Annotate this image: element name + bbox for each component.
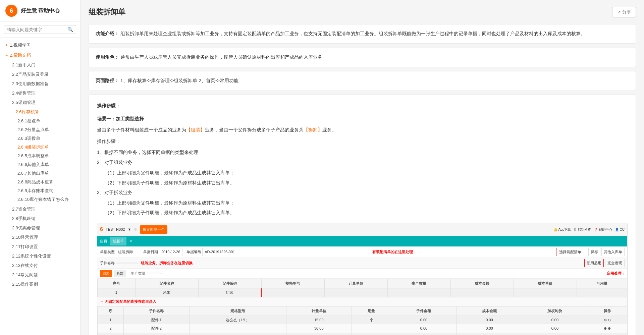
sidebar-item-prepare[interactable]: 2.3使用前数据准备	[7, 79, 80, 89]
page-path-label: 页面路径：	[96, 78, 119, 83]
sidebar-item-otherinbound[interactable]: 2.6.6其他入库单	[12, 160, 80, 169]
mock-assembly-btn[interactable]: 组装	[100, 270, 112, 277]
sidebar-item-otheroutbound[interactable]: 2.6.7其他出库单	[12, 169, 80, 178]
th-c-unit: 计量单位	[286, 306, 352, 316]
mock-child-table: 序 子件名称 规格型号 计量单位 用量 子件金额 成本金额 加权均价 操作	[97, 306, 627, 335]
nav-sub-help: 2.1新手入门 2.2产品安装及登录 2.3使用前数据准备 2.4销售管理 2.…	[0, 60, 80, 289]
th-parent-name: 父件名称	[135, 279, 198, 288]
search-area: 🔍	[0, 22, 80, 38]
search-icon[interactable]: 🔍	[67, 27, 73, 32]
sidebar-item-print[interactable]: 2.11打印设置	[7, 242, 80, 252]
logo-icon: 6	[5, 5, 17, 17]
table-row: 1 配件 1 这么么（1/1） 15.00 个 0.00 0.00 0.00 ⊕…	[98, 316, 627, 324]
step1: 1、根据不同的业务，选择不同单据的类型来处理	[97, 148, 628, 157]
sidebar-item-sales[interactable]: 2.4销售管理	[7, 89, 80, 98]
function-intro-label: 功能介绍：	[96, 31, 119, 36]
mock-nav-close[interactable]: ✕	[129, 238, 132, 245]
mock-disassembly-btn[interactable]: 拆卸	[114, 270, 126, 277]
th-c-sub-amt: 子件金额	[391, 306, 457, 316]
prefix-icon-help: −	[5, 53, 8, 58]
sidebar-item-inventory[interactable]: − 2.6库存核算	[7, 107, 80, 117]
nav-tree: + 1.视频学习 − 2.帮助文档 2.1新手入门 2.2产品安装及登录 2.3…	[0, 38, 80, 335]
mock-nav-home[interactable]: 自页	[100, 238, 107, 245]
th-qty: 生产数量	[387, 279, 450, 288]
mock-preset-btn[interactable]: 预置新增一个	[140, 225, 167, 234]
th-c-qty: 用量	[352, 306, 391, 316]
sidebar-item-costcalc[interactable]: 2.6.8商品成本重算	[12, 178, 80, 186]
sidebar-item-stockcheck[interactable]: 2.6.9库存账本查询	[12, 186, 80, 195]
steps-section: 操作步骤： 场景一：加工类型选择 当由多个子件材料组装成一个成品的业务为【组装】…	[89, 94, 636, 335]
sidebar-item-fund[interactable]: 2.7资金管理	[7, 205, 80, 214]
sidebar-item-newbie[interactable]: 2.1新手入门	[7, 60, 80, 70]
sidebar-item-video[interactable]: + 1.视频学习	[0, 40, 80, 50]
mock-sub-action-bar: 子件名称 组装业务、拆卸业务在这里切换 → 领用品用 完全发现	[97, 258, 627, 269]
share-label: 分享	[622, 9, 631, 15]
scene1-title: 场景一：加工类型选择	[97, 114, 628, 123]
th-parent-code: 父件编码	[198, 279, 261, 288]
step3-sub1: （1）上部明细为父件明细，最终作为原材料生成其它出库单；	[105, 199, 628, 208]
mock-nav-new[interactable]: 新新单	[110, 237, 126, 245]
th-spec: 规格型号	[261, 279, 324, 288]
mock-bom-select: 选择装配清单	[556, 248, 584, 256]
sidebar-item-mobile[interactable]: 2.8手机旺铺	[7, 214, 80, 223]
function-intro-text: 组装拆卸单用来处理企业组装或拆卸等加工业务，支持有固定装配清单的产品加工业务，也…	[120, 31, 585, 36]
function-intro-card: 功能介绍： 组装拆卸单用来处理企业组装或拆卸等加工业务，支持有固定装配清单的产品…	[89, 24, 636, 44]
sidebar-item-biz[interactable]: 2.10经营管理	[7, 233, 80, 242]
th-c-cost-price: 加权均价	[522, 306, 588, 316]
user-role-label: 使用角色：	[96, 54, 119, 60]
sidebar-item-split[interactable]: 2.6.2分量盘点单	[12, 125, 80, 134]
sidebar-item-purchase[interactable]: 2.5采购管理	[7, 98, 80, 107]
main-header: 组装拆卸单 ↗ 分享	[89, 7, 636, 17]
sidebar-item-cases[interactable]: 2.15操作案例	[7, 280, 80, 289]
step3: 3、对于拆装业务	[97, 188, 628, 197]
table-row: 2 配件 2 30.00 0.00 0.00 0.00 ⊕ ⊖	[98, 324, 627, 333]
th-cost-price: 成本单价	[514, 279, 577, 288]
sidebar: 6 好生意 帮助中心 🔍 + 1.视频学习 − 2.帮助文档 2.1新手入门 2…	[0, 0, 80, 335]
mock-action-btns: 保存 其他入库单	[588, 248, 625, 256]
mock-date-field: 单据日期 2019-12-26	[143, 248, 182, 256]
table-row: 3⊕ ⊖	[98, 333, 627, 335]
sidebar-item-install[interactable]: 2.2产品安装及登录	[7, 70, 80, 79]
step2-sub2: （2）下部明细为子件明细，最终作为原材料生成其它出库单。	[105, 178, 628, 187]
main-content: 组装拆卸单 ↗ 分享 功能介绍： 组装拆卸单用来处理企业组装或拆卸等加工业务，支…	[80, 0, 644, 335]
search-input[interactable]	[7, 27, 67, 32]
steps-title: 操作步骤：	[97, 101, 628, 110]
th-c-seq: 序	[98, 306, 124, 316]
sidebar-item-stockcount[interactable]: 2.6.1盘点单	[12, 117, 80, 125]
mock-parent-table: 序号 父件名称 父件编码 规格型号 计量单位 生产数量 成本金额 成本单价 可用…	[97, 279, 627, 297]
prefix-icon: +	[5, 43, 8, 48]
sidebar-item-adjust[interactable]: 2.6.3调拨单	[12, 134, 80, 143]
sidebar-item-coupon[interactable]: 2.9优惠券管理	[7, 223, 80, 233]
sidebar-item-stockerror[interactable]: 2.6.10库存账本错了怎么办	[12, 195, 80, 204]
mock-type-field: 单据类型 组装拆卸	[100, 248, 139, 256]
mock-type-toggle: 组装 拆卸 生产数量 启用处理 ↑	[97, 269, 627, 279]
sidebar-item-system[interactable]: 2.12系统个性化设置	[7, 252, 80, 261]
logo-text: 好生意 帮助中心	[21, 7, 60, 14]
th-available: 可用量	[577, 279, 627, 288]
logo-area: 6 好生意 帮助中心	[0, 0, 80, 22]
mock-child-table-wrapper: 序 子件名称 规格型号 计量单位 用量 子件金额 成本金额 加权均价 操作	[97, 306, 627, 335]
share-icon: ↗	[617, 10, 621, 15]
mock-company-id: TEST-H002	[106, 226, 125, 233]
th-c-cost-amt: 成本金额	[457, 306, 522, 316]
mock-top-bar: 6 TEST-H002 ▼ ⚙ 预置新增一个 🔔 App下载 ⚙ 启动检查 ❓ …	[97, 223, 627, 236]
sidebar-item-help[interactable]: − 2.帮助文档	[0, 50, 80, 60]
page-path-card: 页面路径： 1、库存核算->库存管理->组装拆卸单 2、首页->常用功能	[89, 71, 636, 91]
th-unit: 计量单位	[324, 279, 387, 288]
th-c-name: 子件名称	[124, 306, 189, 316]
screenshot-container: 6 TEST-H002 ▼ ⚙ 预置新增一个 🔔 App下载 ⚙ 启动检查 ❓ …	[97, 223, 628, 335]
sidebar-item-pay[interactable]: 2.13在线支付	[7, 261, 80, 270]
table-row: 1 米米 组装	[98, 288, 627, 297]
sidebar-item-faq[interactable]: 2.14常见问题	[7, 270, 80, 280]
step2: 2、对于组装业务	[97, 158, 628, 167]
sidebar-item-assembly[interactable]: 2.6.4组装拆卸单	[12, 143, 80, 152]
nav-sub-inventory: 2.6.1盘点单 2.6.2分量盘点单 2.6.3调拨单 2.6.4组装拆卸单 …	[7, 117, 80, 204]
step2-sub1: （1）上部明细为父件明细，最终作为产成品生成其它入库单；	[105, 168, 628, 177]
steps-sub-title: 操作步骤：	[97, 137, 628, 146]
search-box[interactable]: 🔍	[4, 25, 76, 34]
th-seq: 序号	[98, 279, 136, 288]
share-button[interactable]: ↗ 分享	[612, 7, 636, 17]
th-cost-amount: 成本金额	[450, 279, 514, 288]
sidebar-item-cost[interactable]: 2.6.5成本调整单	[12, 152, 80, 160]
page-title: 组装拆卸单	[89, 7, 125, 17]
